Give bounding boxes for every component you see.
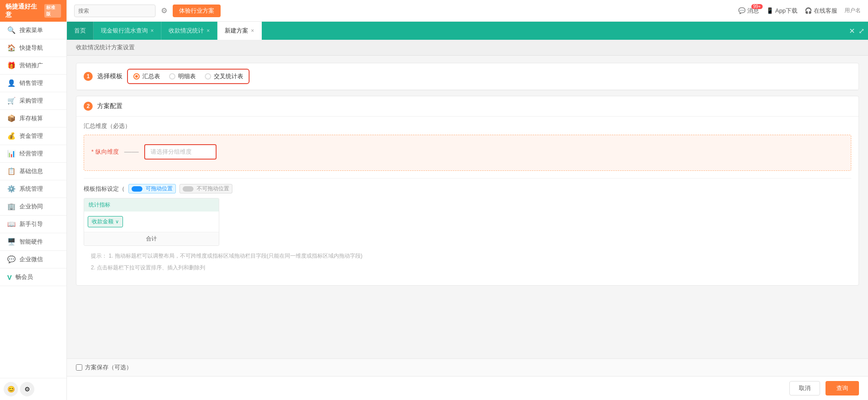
support-label: 在线客服: [814, 7, 837, 15]
sidebar-item-operations[interactable]: 📊 经营管理: [0, 145, 66, 163]
sidebar-item-label: 库存核算: [19, 114, 43, 122]
notification-badge[interactable]: 💬 消息 99+: [738, 7, 759, 15]
sidebar-item-capital[interactable]: 💰 资金管理: [0, 127, 66, 145]
tab-bank-flow-label: 现金银行流水查询: [101, 27, 148, 35]
page-breadcrumb: 收款情况统计方案设置: [67, 40, 868, 56]
sidebar-item-sales[interactable]: 👤 销售管理: [0, 75, 66, 92]
notification-count: 99+: [751, 4, 763, 9]
sidebar-logo: 畅捷通好生意 标准版: [0, 0, 66, 22]
sidebar-bottom: 😊 ⚙: [0, 378, 66, 400]
sidebar-item-basic-info[interactable]: 📋 基础信息: [0, 163, 66, 180]
sidebar-item-label: 基础信息: [19, 167, 43, 175]
sidebar-item-label: 营销推广: [19, 61, 43, 70]
radio-cross[interactable]: [205, 73, 211, 80]
support-badge[interactable]: 🎧 在线客服: [805, 7, 837, 15]
template-option-detail[interactable]: 明细表: [169, 72, 196, 80]
tab-bank-flow[interactable]: 现金银行流水查询 ×: [94, 22, 161, 40]
non-draggable-toggle: [183, 186, 193, 192]
dimension-area: * 纵向维度 —— 请选择分组维度: [84, 135, 851, 171]
step1-title: 选择模板: [97, 72, 123, 80]
save-checkbox[interactable]: [76, 364, 82, 371]
cart-icon: 🛒: [7, 97, 16, 105]
wechat-icon: 💬: [7, 255, 16, 264]
sidebar-item-wechat[interactable]: 💬 企业微信: [0, 251, 66, 268]
indicator-header: 模板指标设定（ 可拖动位置 不可拖动位置: [84, 184, 851, 193]
tabbar: 首页 现金银行流水查询 × 收款情况统计 × 新建方案 × ✕ ⤢: [67, 22, 868, 40]
tab-home[interactable]: 首页: [67, 22, 94, 40]
dimension-select[interactable]: 请选择分组维度: [144, 144, 217, 160]
sidebar-item-purchase[interactable]: 🛒 采购管理: [0, 92, 66, 110]
enterprise-icon: 🏢: [7, 202, 16, 211]
hardware-icon: 🖥️: [7, 238, 16, 246]
dimension-arrow: ——: [124, 148, 139, 156]
sidebar: 畅捷通好生意 标准版 🔍 搜索菜单 🏠 快捷导航 🎁 营销推广 👤 销售管理 🛒…: [0, 0, 67, 400]
sidebar-item-label: 资金管理: [19, 132, 43, 140]
industry-btn[interactable]: 体验行业方案: [173, 5, 221, 17]
indicator-title: 模板指标设定（: [84, 185, 125, 193]
sidebar-item-label: 企业协同: [19, 202, 43, 211]
box-icon: 📦: [7, 114, 16, 122]
version-badge: 标准版: [44, 4, 61, 18]
step1-number: 1: [84, 72, 93, 81]
logo-text: 畅捷通好生意: [5, 3, 42, 19]
dimension-subtitle: 汇总维度（必选）: [84, 122, 851, 130]
save-option-label[interactable]: 方案保存（可选）: [76, 363, 132, 372]
config-body: 汇总维度（必选） * 纵向维度 —— 请选择分组维度 模: [76, 117, 859, 285]
step2-number: 2: [84, 102, 93, 111]
indicator-section: 模板指标设定（ 可拖动位置 不可拖动位置 统计指标: [84, 178, 851, 246]
sidebar-item-enterprise[interactable]: 🏢 企业协同: [0, 198, 66, 216]
settings-icon[interactable]: ⚙: [161, 6, 167, 15]
sidebar-item-guide[interactable]: 📖 新手引导: [0, 216, 66, 233]
tab-expand-icon[interactable]: ⤢: [859, 27, 864, 35]
draggable-label: 可拖动位置: [146, 185, 173, 193]
page-body: 1 选择模板 汇总表 明细表 交叉统计表: [67, 56, 868, 358]
sidebar-item-marketing[interactable]: 🎁 营销推广: [0, 57, 66, 75]
search-input[interactable]: [74, 5, 156, 17]
sidebar-avatar[interactable]: 😊: [4, 382, 18, 396]
indicator-tag-collection[interactable]: 收款金额 ∨: [88, 216, 123, 227]
tab-collection-stats-close[interactable]: ×: [207, 28, 210, 34]
sidebar-item-search-menu[interactable]: 🔍 搜索菜单: [0, 22, 66, 39]
sidebar-item-hardware[interactable]: 🖥️ 智能硬件: [0, 233, 66, 251]
topbar-right: 💬 消息 99+ 📱 App下载 🎧 在线客服 用户名: [738, 7, 861, 15]
sidebar-item-label: 经营管理: [19, 150, 43, 158]
sidebar-item-system[interactable]: ⚙️ 系统管理: [0, 180, 66, 198]
download-badge[interactable]: 📱 App下载: [766, 7, 797, 15]
template-summary-label: 汇总表: [142, 72, 160, 80]
template-options-container: 汇总表 明细表 交叉统计表: [127, 69, 250, 84]
sidebar-item-inventory[interactable]: 📦 库存核算: [0, 110, 66, 127]
sidebar-item-member[interactable]: V 畅会员: [0, 268, 66, 286]
tab-close-all-icon[interactable]: ✕: [849, 27, 855, 35]
step1-header: 1 选择模板 汇总表 明细表 交叉统计表: [76, 63, 859, 90]
chart-icon: 📊: [7, 150, 16, 158]
cancel-button[interactable]: 取消: [789, 381, 820, 395]
tab-home-label: 首页: [74, 27, 86, 35]
tab-collection-stats-label: 收款情况统计: [169, 27, 204, 35]
tag-dropdown-icon: ∨: [115, 219, 119, 225]
query-button[interactable]: 查询: [826, 381, 859, 395]
non-draggable-badge: 不可拖动位置: [179, 184, 232, 193]
tab-new-plan[interactable]: 新建方案 ×: [217, 22, 262, 40]
template-option-summary[interactable]: 汇总表: [133, 72, 160, 80]
sidebar-item-quick-nav[interactable]: 🏠 快捷导航: [0, 39, 66, 57]
guide-icon: 📖: [7, 220, 16, 228]
draggable-toggle: [132, 186, 142, 192]
indicator-subtotal: 合计: [84, 232, 219, 245]
tab-new-plan-close[interactable]: ×: [251, 28, 254, 34]
template-option-cross[interactable]: 交叉统计表: [205, 72, 243, 80]
tab-collection-stats[interactable]: 收款情况统计 ×: [161, 22, 217, 40]
page-footer: 方案保存（可选）: [67, 358, 868, 376]
download-icon: 📱: [766, 7, 774, 14]
user-icon: 👤: [7, 79, 16, 87]
non-draggable-label: 不可拖动位置: [197, 185, 229, 193]
sidebar-item-label: 搜索菜单: [19, 26, 43, 34]
radio-detail[interactable]: [169, 73, 175, 80]
radio-summary[interactable]: [133, 73, 140, 80]
sidebar-item-label: 畅会员: [15, 273, 33, 281]
tip-line-1: 提示： 1. 拖动标题栏可以调整布局，不可跨维度或指标区域拖动栏目字段(只能在同…: [91, 251, 844, 261]
dimension-placeholder: 请选择分组维度: [151, 148, 192, 155]
tab-bank-flow-close[interactable]: ×: [151, 28, 154, 34]
topbar: ⚙ 体验行业方案 💬 消息 99+ 📱 App下载 🎧 在线客服 用户名: [67, 0, 868, 22]
sidebar-settings-icon[interactable]: ⚙: [20, 382, 34, 396]
search-menu-icon: 🔍: [7, 26, 16, 34]
